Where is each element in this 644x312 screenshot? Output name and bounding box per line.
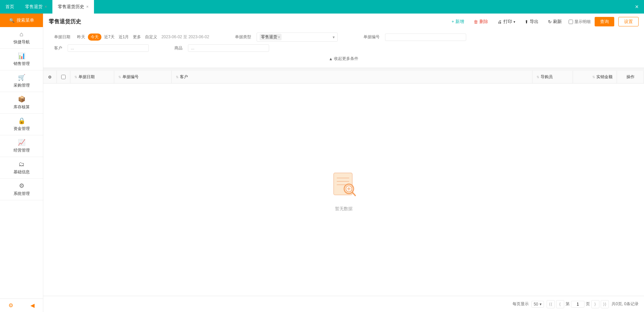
sort-num-icon: ⇅ [118,75,121,79]
system-icon: ⚙ [19,182,24,190]
close-retail-return-tab[interactable]: × [45,4,47,9]
delete-button[interactable]: 🗑 删除 [471,17,491,26]
collapse-sidebar-icon[interactable]: ◀ [30,302,34,309]
customer-label: 客户 [54,45,62,51]
export-button[interactable]: ⬆ 导出 [522,17,541,26]
page-header: 零售退货历史 + 新增 🗑 删除 🖨 打印 ▾ ⬆ 导出 [43,14,644,68]
operations-icon: 📈 [18,139,25,146]
per-page-arrow: ▾ [540,302,542,307]
th-action: 操作 [617,71,644,83]
th-date[interactable]: ⇅ 单据日期 [70,71,114,83]
page-nav: ⟨⟨ ⟨ 第 页 ⟩ ⟩⟩ [547,300,609,308]
sidebar: 🔍 搜索菜单 ⌂ 快捷导航 📊 销售管理 🛒 采购管理 📦 库存核算 🔒 资金管… [0,14,43,312]
th-guide[interactable]: ⇅ 导购员 [532,71,573,83]
number-input[interactable] [385,34,466,41]
th-check[interactable] [57,71,70,83]
collapse-icon: ▲ [329,57,333,61]
sidebar-item-inventory[interactable]: 📦 库存核算 [0,92,43,114]
goods-select[interactable]: ... [188,44,269,52]
collapse-button[interactable]: ▲ 收起更多条件 [54,54,633,63]
th-customer[interactable]: ⇅ 客户 [172,71,532,83]
refresh-icon: ↻ [548,19,552,24]
first-page-button[interactable]: ⟨⟨ [547,300,555,308]
th-settings[interactable]: ⚙ [43,71,57,83]
show-detail-checkbox[interactable] [569,20,573,24]
settings-button[interactable]: 设置 [618,17,639,26]
basic-info-icon: 🗂 [19,161,25,168]
customer-select[interactable]: ... [68,44,149,52]
inventory-icon: 📦 [18,95,25,103]
empty-icon [327,168,361,202]
prev-page-button[interactable]: ⟨ [556,300,564,308]
print-button[interactable]: 🖨 打印 ▾ [495,17,518,26]
last-page-button[interactable]: ⟩⟩ [601,300,609,308]
select-all-checkbox[interactable] [61,75,66,79]
top-bar: 首页 零售退货 × 零售退货历史 × × [0,0,644,14]
date-label: 单据日期 [54,34,70,40]
export-icon: ⬆ [525,19,528,24]
empty-state: 暂无数据 [43,84,644,296]
sort-guide-icon: ⇅ [536,75,539,79]
date-more[interactable]: 更多 [132,34,142,41]
th-number[interactable]: ⇅ 单据编号 [114,71,172,83]
pagination: 每页显示 50 ▾ ⟨⟨ ⟨ 第 页 ⟩ ⟩⟩ 共0页, 0条记录 [43,296,644,312]
svg-line-8 [352,192,355,196]
refresh-button[interactable]: ↻ 刷新 [545,17,565,26]
date-today[interactable]: 今天 [88,34,101,41]
total-text: 共0页, 0条记录 [612,301,639,307]
date-options: 昨天 今天 近7天 近1月 更多 自定义 2023-06-02 至 2023-0… [76,34,209,41]
date-range-display: 2023-06-02 至 2023-06-02 [161,34,209,40]
sidebar-search[interactable]: 🔍 搜索菜单 [0,14,43,27]
settings-icon: ⚙ [48,75,52,80]
home-icon: ⌂ [20,31,23,38]
date-yesterday[interactable]: 昨天 [76,34,87,41]
filter-row-2: 客户 ... 商品 ... [54,44,633,52]
type-tag: 零售退货 × [260,34,282,40]
sidebar-item-operations[interactable]: 📈 经营管理 [0,135,43,157]
per-page-label: 每页显示 [512,301,529,307]
th-amount[interactable]: ⇅ 实销金额 [573,71,617,83]
sidebar-bottom: ⚙ ◀ [0,298,43,312]
per-page-select[interactable]: 50 ▾ [531,301,544,308]
number-label: 单据编号 [363,34,380,40]
table-area: ⚙ ⇅ 单据日期 ⇅ 单据编号 ⇅ 客户 ⇅ [43,71,644,296]
sort-amount-icon: ⇅ [592,75,595,79]
toolbar: + 新增 🗑 删除 🖨 打印 ▾ ⬆ 导出 ↻ [449,17,639,26]
new-button[interactable]: + 新增 [449,17,467,26]
print-icon: 🖨 [498,19,502,24]
page-input[interactable] [571,301,585,308]
sidebar-item-finance[interactable]: 🔒 资金管理 [0,114,43,135]
customer-placeholder: ... [71,46,74,50]
goods-label: 商品 [174,45,183,51]
empty-text: 暂无数据 [335,206,353,212]
type-select[interactable]: 零售退货 × ▾ [257,32,338,42]
filter-area: 单据日期 昨天 今天 近7天 近1月 更多 自定义 2023-06-02 至 2… [49,30,639,68]
sort-customer-icon: ⇅ [176,75,178,79]
sidebar-item-quick-nav[interactable]: ⌂ 快捷导航 [0,27,43,49]
date-last7[interactable]: 近7天 [103,34,116,41]
close-history-tab[interactable]: × [86,4,89,9]
filter-row-1: 单据日期 昨天 今天 近7天 近1月 更多 自定义 2023-06-02 至 2… [54,32,633,42]
show-detail-checkbox-label[interactable]: 显示明细 [569,19,591,25]
page-unit: 页 [586,301,590,307]
date-last1m[interactable]: 近1月 [117,34,130,41]
tab-retail-return[interactable]: 零售退货 × [20,0,52,14]
sidebar-item-basic-info[interactable]: 🗂 基础信息 [0,157,43,179]
sidebar-item-sales[interactable]: 📊 销售管理 [0,49,43,70]
settings-bottom-icon[interactable]: ⚙ [8,302,13,309]
type-label: 单据类型 [235,34,251,40]
sidebar-item-system[interactable]: ⚙ 系统管理 [0,179,43,200]
query-button[interactable]: 查询 [595,17,614,26]
tab-retail-return-history[interactable]: 零售退货历史 × [52,0,94,14]
page-label: 第 [566,301,570,307]
window-close-icon[interactable]: × [635,3,639,10]
type-tag-close[interactable]: × [278,35,280,40]
main-content: 零售退货历史 + 新增 🗑 删除 🖨 打印 ▾ ⬆ 导出 [43,14,644,312]
page-title: 零售退货历史 [49,18,81,25]
tab-home[interactable]: 首页 [0,0,20,14]
delete-icon: 🗑 [474,19,478,24]
date-custom[interactable]: 自定义 [144,34,159,41]
sidebar-item-purchase[interactable]: 🛒 采购管理 [0,70,43,92]
type-select-arrow: ▾ [333,35,335,40]
next-page-button[interactable]: ⟩ [591,300,599,308]
